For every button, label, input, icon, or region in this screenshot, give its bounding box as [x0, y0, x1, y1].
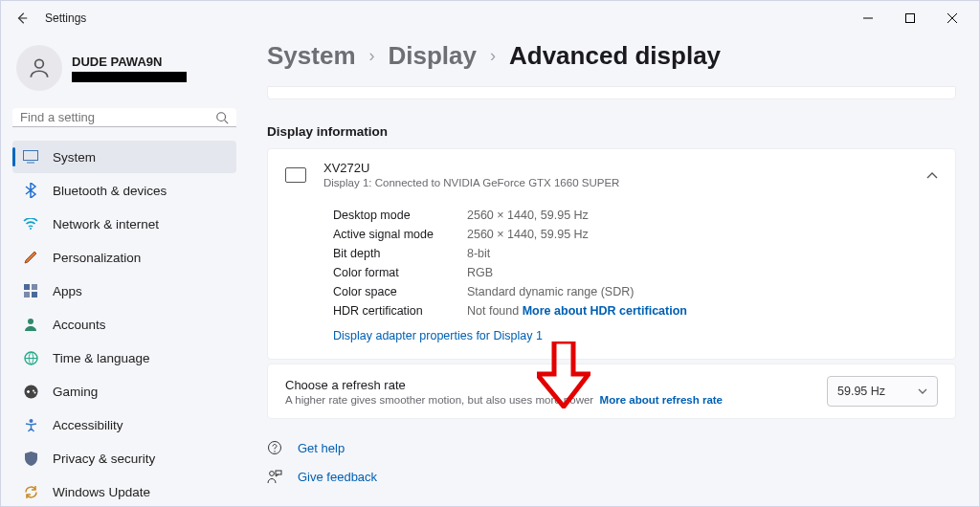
nav-item-accounts[interactable]: Accounts	[12, 308, 236, 341]
nav-label: Gaming	[53, 385, 98, 399]
crumb-advanced: Advanced display	[509, 41, 721, 71]
display-info-card: XV272U Display 1: Connected to NVIDIA Ge…	[267, 148, 956, 360]
nav-item-accessibility[interactable]: Accessibility	[12, 408, 236, 441]
avatar	[16, 45, 62, 91]
kv-row: Bit depth8-bit	[333, 244, 938, 263]
nav-label: Time & language	[53, 351, 150, 365]
maximize-button[interactable]	[889, 4, 931, 33]
kv-row: Color formatRGB	[333, 263, 938, 282]
apps-icon	[22, 282, 39, 299]
svg-point-5	[217, 112, 226, 121]
system-icon	[22, 148, 39, 165]
breadcrumb: System › Display › Advanced display	[267, 41, 956, 71]
brush-icon	[22, 249, 39, 266]
section-title: Display information	[267, 124, 956, 139]
nav-label: Network & internet	[53, 217, 159, 231]
chevron-down-icon	[918, 388, 927, 394]
svg-point-17	[33, 389, 34, 391]
dropdown-value: 59.95 Hz	[837, 385, 885, 398]
refresh-title: Choose a refresh rate	[285, 378, 723, 392]
svg-rect-7	[24, 151, 38, 161]
close-button[interactable]	[931, 4, 973, 33]
refresh-sub: A higher rate gives smoother motion, but…	[285, 394, 723, 406]
app-title: Settings	[45, 11, 86, 25]
svg-point-22	[270, 472, 275, 476]
wifi-icon	[22, 215, 39, 232]
nav-item-network[interactable]: Network & internet	[12, 208, 236, 240]
display-name: XV272U	[323, 161, 619, 175]
svg-rect-10	[24, 284, 30, 290]
accessibility-icon	[22, 416, 39, 433]
bluetooth-icon	[22, 182, 39, 199]
minimize-button[interactable]	[847, 4, 889, 33]
nav-item-system[interactable]: System	[12, 141, 236, 173]
chevron-right-icon: ›	[369, 46, 375, 66]
update-icon	[22, 483, 39, 500]
globe-icon	[22, 349, 39, 366]
card-body: Desktop mode2560 × 1440, 59.95 Hz Active…	[268, 200, 955, 359]
adapter-link[interactable]: Display adapter properties for Display 1	[333, 329, 543, 342]
svg-rect-1	[906, 14, 915, 23]
refresh-link[interactable]: More about refresh rate	[600, 394, 723, 406]
nav-item-bluetooth[interactable]: Bluetooth & devices	[12, 174, 236, 207]
main-content: System › Display › Advanced display Disp…	[248, 35, 979, 507]
collapsed-card[interactable]	[267, 86, 956, 99]
svg-rect-12	[24, 292, 30, 298]
nav-item-privacy[interactable]: Privacy & security	[12, 442, 236, 474]
nav-label: Privacy & security	[53, 452, 155, 466]
sidebar: DUDE PAWA9N System Bluetooth & devices N…	[1, 35, 248, 507]
nav-label: Windows Update	[53, 485, 150, 499]
nav-label: Personalization	[53, 251, 141, 265]
nav-list: System Bluetooth & devices Network & int…	[12, 141, 236, 507]
svg-line-6	[225, 120, 229, 123]
refresh-rate-card: Choose a refresh rate A higher rate give…	[267, 364, 956, 419]
profile-name: DUDE PAWA9N	[72, 55, 187, 69]
nav-label: Bluetooth & devices	[53, 184, 167, 198]
gaming-icon	[22, 383, 39, 400]
kv-row-hdr: HDR certification Not found More about H…	[333, 301, 938, 320]
nav-item-time[interactable]: Time & language	[12, 342, 236, 374]
profile-sub-redacted	[72, 72, 187, 82]
hdr-link[interactable]: More about HDR certification	[523, 304, 687, 318]
monitor-icon	[285, 167, 306, 183]
nav-label: System	[53, 150, 96, 165]
kv-row: Desktop mode2560 × 1440, 59.95 Hz	[333, 206, 938, 225]
titlebar: Settings	[1, 1, 979, 35]
svg-rect-13	[32, 292, 37, 298]
search-input[interactable]	[20, 110, 215, 124]
svg-rect-23	[276, 471, 281, 474]
back-button[interactable]	[7, 11, 37, 25]
give-feedback-link[interactable]: Give feedback	[267, 469, 956, 484]
refresh-rate-dropdown[interactable]: 59.95 Hz	[827, 376, 938, 407]
search-box[interactable]	[12, 108, 236, 127]
nav-item-gaming[interactable]: Gaming	[12, 375, 236, 408]
nav-label: Accessibility	[53, 418, 123, 432]
person-icon	[22, 316, 39, 333]
svg-point-16	[24, 385, 37, 398]
nav-item-update[interactable]: Windows Update	[12, 475, 236, 507]
chevron-right-icon: ›	[490, 46, 496, 66]
nav-label: Apps	[53, 284, 82, 298]
svg-rect-11	[32, 284, 37, 290]
svg-point-9	[30, 228, 32, 230]
display-sub: Display 1: Connected to NVIDIA GeForce G…	[323, 177, 619, 188]
search-icon	[215, 111, 229, 124]
nav-item-personalization[interactable]: Personalization	[12, 241, 236, 274]
svg-point-14	[28, 319, 33, 324]
kv-row: Active signal mode2560 × 1440, 59.95 Hz	[333, 225, 938, 244]
svg-point-19	[29, 419, 33, 423]
nav-label: Accounts	[53, 318, 106, 332]
card-header[interactable]: XV272U Display 1: Connected to NVIDIA Ge…	[268, 149, 955, 200]
help-icon	[267, 440, 284, 455]
chevron-up-icon[interactable]	[926, 171, 938, 179]
crumb-system[interactable]: System	[267, 41, 356, 71]
kv-row: Color spaceStandard dynamic range (SDR)	[333, 282, 938, 301]
shield-icon	[22, 450, 39, 467]
feedback-icon	[267, 469, 284, 484]
nav-item-apps[interactable]: Apps	[12, 275, 236, 307]
profile-block[interactable]: DUDE PAWA9N	[12, 41, 236, 102]
crumb-display[interactable]: Display	[389, 41, 478, 71]
get-help-link[interactable]: Get help	[267, 440, 956, 455]
footer-links: Get help Give feedback	[267, 440, 956, 484]
adapter-link-row: Display adapter properties for Display 1	[333, 326, 938, 345]
